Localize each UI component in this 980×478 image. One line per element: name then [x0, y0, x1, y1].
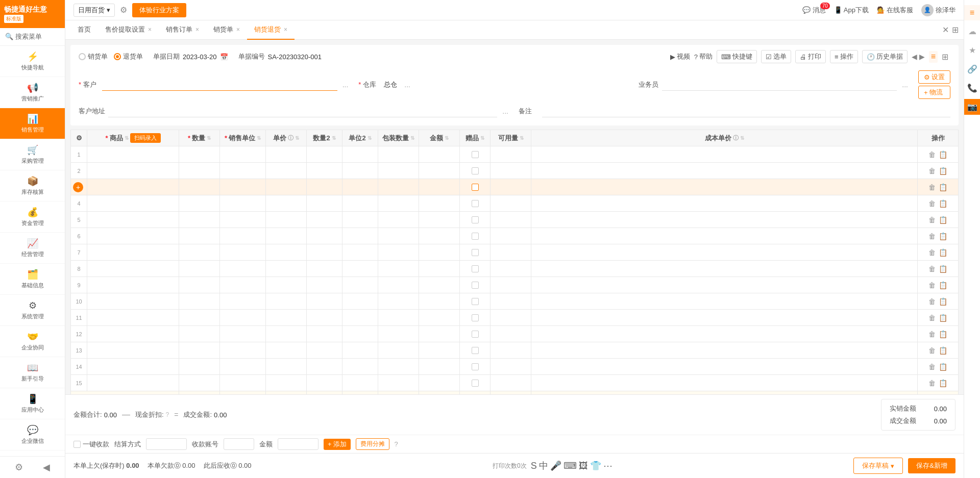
tool-img-icon[interactable]: 🖼 — [579, 461, 588, 471]
tab-price-extract[interactable]: 售价提取设置 × — [98, 20, 159, 40]
settlement-input[interactable] — [146, 438, 187, 450]
sort-icon[interactable]: ⇅ — [207, 135, 211, 141]
product-cell[interactable] — [87, 163, 179, 179]
add-row-btn[interactable]: + — [73, 182, 83, 192]
sidebar-search[interactable]: 🔍 搜索菜单 — [0, 28, 65, 46]
tool-shirt-icon[interactable]: 👕 — [590, 460, 601, 471]
delete-icon[interactable]: 🗑 — [928, 281, 936, 289]
copy-icon[interactable]: 📋 — [939, 183, 947, 191]
salesman-ellipsis-btn[interactable]: ... — [900, 81, 910, 89]
save-new-btn[interactable]: 保存&新增 — [908, 458, 955, 473]
shortcut-btn[interactable]: ⌨ 快捷键 — [717, 50, 757, 63]
tool-more-icon[interactable]: ⋯ — [603, 460, 612, 471]
sidebar-item-shortcut[interactable]: ⚡ 快捷导航 — [0, 46, 65, 77]
unit2-cell[interactable] — [342, 146, 378, 163]
saleunit-cell[interactable] — [220, 163, 266, 179]
settings-btn[interactable]: ⚙ 设置 — [918, 70, 950, 84]
delete-icon[interactable]: 🗑 — [928, 330, 936, 338]
copy-icon[interactable]: 📋 — [939, 346, 947, 355]
fee-help-icon[interactable]: ? — [395, 440, 398, 448]
video-btn[interactable]: ▶ 视频 — [670, 52, 690, 61]
qty-cell[interactable] — [179, 179, 220, 195]
tab-sales-return[interactable]: 销货退货 × — [247, 20, 295, 40]
copy-icon[interactable]: 📋 — [939, 248, 947, 257]
nav-next-icon[interactable]: ▶ — [919, 53, 925, 61]
right-sidebar-phone-icon[interactable]: 📞 — [965, 80, 979, 96]
gift-checkbox[interactable] — [472, 363, 479, 370]
customer-input[interactable] — [102, 79, 337, 91]
packqty-cell[interactable] — [378, 146, 419, 163]
gift-cell[interactable] — [460, 179, 491, 195]
gift-checkbox[interactable] — [472, 233, 479, 240]
fee-split-btn[interactable]: 费用分摊 — [356, 438, 389, 450]
qty2-cell[interactable] — [307, 146, 342, 163]
right-sidebar-star-icon[interactable]: ★ — [967, 42, 978, 58]
delete-icon[interactable]: 🗑 — [928, 346, 936, 355]
tab-close-icon[interactable]: × — [195, 26, 199, 33]
amount-cell[interactable] — [419, 146, 460, 163]
right-sidebar-cloud-icon[interactable]: ☁ — [966, 23, 978, 39]
delete-icon[interactable]: 🗑 — [928, 265, 936, 273]
copy-icon[interactable]: 📋 — [939, 216, 947, 224]
qty2-cell[interactable] — [307, 163, 342, 179]
gift-checkbox[interactable] — [472, 331, 479, 338]
history-btn[interactable]: 🕐 历史单据 — [862, 50, 908, 63]
radio-return[interactable]: 退货单 — [114, 52, 143, 61]
maximize-icon[interactable]: ⊞ — [952, 25, 959, 35]
help-btn[interactable]: ? 帮助 — [694, 52, 713, 61]
sidebar-item-marketing[interactable]: 📢 营销推广 — [0, 77, 65, 108]
gift-checkbox[interactable] — [472, 380, 479, 387]
sidebar-collapse-icon[interactable]: ◀ — [43, 462, 50, 473]
save-draft-btn[interactable]: 保存草稿 ▾ — [853, 458, 903, 474]
sidebar-item-member[interactable]: 👑 畅会员 — [0, 450, 65, 456]
salesman-input[interactable] — [662, 79, 897, 91]
copy-icon[interactable]: 📋 — [939, 363, 947, 371]
delete-icon[interactable]: 🗑 — [928, 167, 936, 175]
copy-icon[interactable]: 📋 — [939, 330, 947, 338]
gift-checkbox[interactable] — [472, 249, 479, 256]
tool-lang-icon[interactable]: 中 — [539, 460, 548, 472]
list-view-icon[interactable]: ≡ — [929, 51, 938, 63]
unit2-cell[interactable] — [342, 179, 378, 195]
warehouse-ellipsis-btn[interactable]: ... — [402, 81, 412, 89]
sort-icon[interactable]: ⇅ — [520, 135, 524, 141]
unitprice-cell[interactable] — [266, 146, 307, 163]
add-payment-btn[interactable]: + 添加 — [324, 439, 351, 450]
tool-mic-icon[interactable]: 🎤 — [550, 460, 561, 471]
tab-home[interactable]: 首页 — [70, 20, 98, 40]
close-tab-icon[interactable]: ✕ — [942, 25, 949, 35]
right-sidebar-list-icon[interactable]: ≡ — [964, 5, 980, 20]
costprice-cell[interactable] — [531, 163, 918, 179]
sort-icon[interactable]: ⇅ — [445, 135, 449, 141]
print-btn[interactable]: 🖨 打印 — [795, 50, 826, 63]
unit2-cell[interactable] — [342, 163, 378, 179]
gift-checkbox[interactable] — [472, 298, 479, 305]
copy-icon[interactable]: 📋 — [939, 265, 947, 273]
copy-icon[interactable]: 📋 — [939, 150, 947, 159]
help-icon[interactable]: ? — [166, 411, 169, 418]
gift-cell[interactable] — [460, 146, 491, 163]
address-input[interactable] — [108, 105, 497, 117]
sidebar-item-inventory[interactable]: 📦 库存核算 — [0, 170, 65, 202]
settings-icon[interactable]: ⚙ — [120, 5, 127, 15]
copy-icon[interactable]: 📋 — [939, 379, 947, 387]
tab-close-icon[interactable]: × — [236, 26, 240, 33]
sort-icon[interactable]: ⇅ — [257, 135, 261, 141]
sort-icon[interactable]: ⇅ — [740, 135, 744, 141]
online-service-btn[interactable]: 💁 在线客服 — [877, 6, 913, 15]
sidebar-item-apps[interactable]: 📱 应用中心 — [0, 388, 65, 419]
unitprice-cell[interactable] — [266, 163, 307, 179]
gift-checkbox[interactable] — [472, 200, 479, 207]
tool-s-icon[interactable]: S — [531, 461, 537, 471]
tab-sales-order[interactable]: 销售订单 × — [159, 20, 206, 40]
gear-icon[interactable]: ⚙ — [76, 134, 82, 142]
gift-cell[interactable] — [460, 163, 491, 179]
right-sidebar-camera-icon[interactable]: 📷 — [964, 99, 980, 115]
qty-cell[interactable] — [179, 146, 220, 163]
app-download-btn[interactable]: 📱 App下载 — [834, 6, 869, 15]
sidebar-item-operations[interactable]: 📈 经营管理 — [0, 233, 65, 264]
gift-checkbox[interactable] — [472, 265, 479, 272]
amount-cell[interactable] — [419, 163, 460, 179]
delete-icon[interactable]: 🗑 — [928, 297, 936, 306]
sidebar-item-purchase[interactable]: 🛒 采购管理 — [0, 139, 65, 170]
